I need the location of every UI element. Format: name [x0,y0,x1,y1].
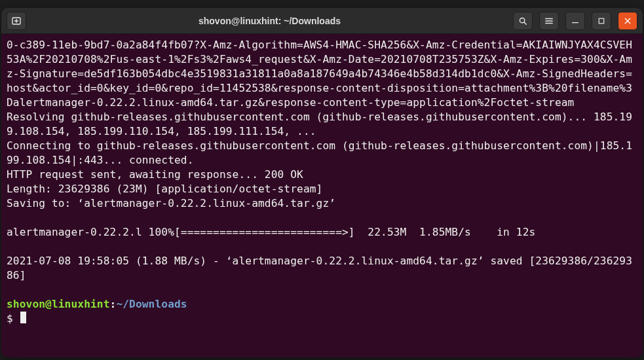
prompt-colon: : [110,298,117,310]
prompt-user: shovon@linuxhint [7,298,110,310]
prompt-path: ~/Downloads [116,298,187,310]
titlebar-right [513,12,637,30]
menu-button[interactable] [539,12,559,30]
titlebar-left [7,12,26,30]
output-url-fragment: 0-c389-11eb-9bd7-0a2a84f4fb07?X-Amz-Algo… [7,39,632,109]
titlebar: shovon@linuxhint: ~/Downloads [1,8,643,34]
output-http-response: HTTP request sent, awaiting response... … [7,168,303,181]
terminal-output[interactable]: 0-c389-11eb-9bd7-0a2a84f4fb07?X-Amz-Algo… [1,34,643,357]
output-finished: 2021-07-08 19:58:05 (1.88 MB/s) - ‘alert… [7,255,632,281]
svg-line-2 [524,22,526,24]
window-title: shovon@linuxhint: ~/Downloads [199,16,341,26]
output-connecting: Connecting to github-releases.githubuser… [7,139,632,166]
output-length: Length: 23629386 (23M) [application/octe… [7,183,322,195]
output-saving-to: Saving to: ‘alertmanager-0.22.2.linux-am… [7,197,335,209]
output-progress: alertmanager-0.22.2.l 100%[=============… [7,226,535,238]
output-resolving: Resolving github-releases.githubusercont… [7,111,632,137]
cursor [20,312,26,323]
new-tab-button[interactable] [7,12,26,30]
minimize-button[interactable] [565,12,585,30]
maximize-button[interactable] [592,12,611,30]
search-button[interactable] [513,12,533,30]
prompt-dollar: $ [7,312,20,325]
svg-rect-7 [599,18,604,24]
close-button[interactable] [618,12,637,30]
terminal-window: shovon@linuxhint: ~/Downloads 0-c389-11e… [1,8,643,357]
